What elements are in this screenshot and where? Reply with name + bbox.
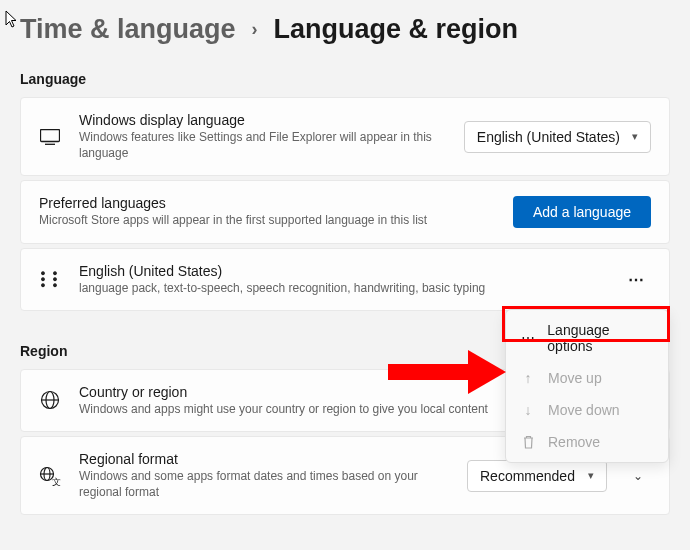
globe-translate-icon: 文 bbox=[39, 466, 61, 486]
display-language-dropdown[interactable]: English (United States) ▾ bbox=[464, 121, 651, 153]
display-language-value: English (United States) bbox=[477, 129, 620, 145]
menu-move-down: ↓ Move down bbox=[510, 394, 664, 426]
regional-format-value: Recommended bbox=[480, 468, 575, 484]
svg-text:文: 文 bbox=[52, 477, 61, 486]
breadcrumb-parent[interactable]: Time & language bbox=[20, 14, 236, 45]
chevron-down-icon: ▾ bbox=[588, 469, 594, 482]
svg-rect-0 bbox=[41, 129, 60, 141]
preferred-languages-sub: Microsoft Store apps will appear in the … bbox=[39, 212, 495, 228]
add-language-button[interactable]: Add a language bbox=[513, 196, 651, 228]
language-item-features: language pack, text-to-speech, speech re… bbox=[79, 280, 603, 296]
menu-move-up: ↑ Move up bbox=[510, 362, 664, 394]
language-item-english-us[interactable]: ● ●● ●● ● English (United States) langua… bbox=[20, 248, 670, 311]
globe-icon bbox=[39, 390, 61, 410]
language-item-more-button[interactable]: ⋯ bbox=[621, 264, 651, 294]
breadcrumb-current: Language & region bbox=[274, 14, 519, 45]
arrow-down-icon: ↓ bbox=[520, 402, 536, 418]
preferred-languages-title: Preferred languages bbox=[39, 195, 495, 211]
regional-format-title: Regional format bbox=[79, 451, 449, 467]
trash-icon bbox=[520, 435, 536, 449]
ellipsis-icon: ⋯ bbox=[520, 330, 535, 346]
arrow-up-icon: ↑ bbox=[520, 370, 536, 386]
preferred-languages-card: Preferred languages Microsoft Store apps… bbox=[20, 180, 670, 243]
chevron-right-icon: › bbox=[252, 19, 258, 40]
display-language-sub: Windows features like Settings and File … bbox=[79, 129, 446, 161]
language-item-name: English (United States) bbox=[79, 263, 603, 279]
chevron-down-icon: ▾ bbox=[632, 130, 638, 143]
menu-language-options[interactable]: ⋯ Language options bbox=[510, 314, 664, 362]
regional-format-sub: Windows and some apps format dates and t… bbox=[79, 468, 449, 500]
breadcrumb: Time & language › Language & region bbox=[0, 0, 690, 63]
language-context-menu: ⋯ Language options ↑ Move up ↓ Move down… bbox=[505, 309, 669, 463]
section-language-header: Language bbox=[0, 63, 690, 97]
menu-language-options-label: Language options bbox=[547, 322, 654, 354]
menu-move-up-label: Move up bbox=[548, 370, 602, 386]
expand-chevron[interactable]: ⌄ bbox=[625, 469, 651, 483]
display-language-title: Windows display language bbox=[79, 112, 446, 128]
windows-display-language-card: Windows display language Windows feature… bbox=[20, 97, 670, 176]
menu-move-down-label: Move down bbox=[548, 402, 620, 418]
menu-remove: Remove bbox=[510, 426, 664, 458]
regional-format-dropdown[interactable]: Recommended ▾ bbox=[467, 460, 607, 492]
drag-handle-icon[interactable]: ● ●● ●● ● bbox=[39, 270, 61, 288]
menu-remove-label: Remove bbox=[548, 434, 600, 450]
monitor-icon bbox=[39, 129, 61, 145]
